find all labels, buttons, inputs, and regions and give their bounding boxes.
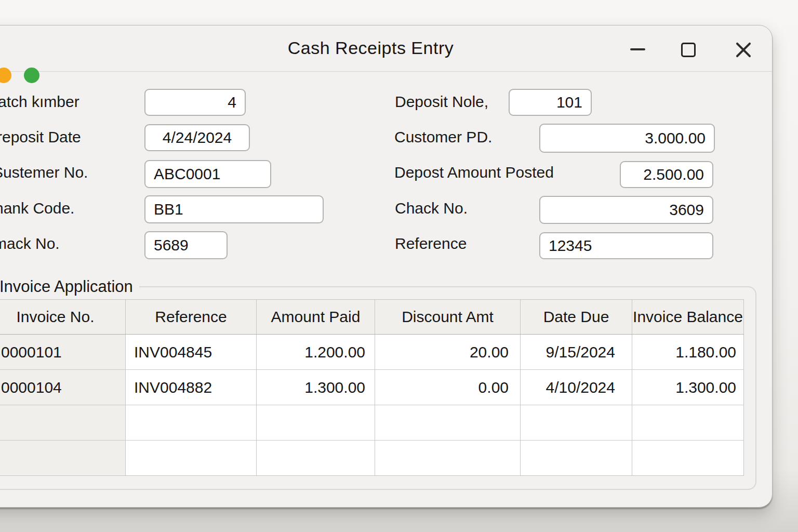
deposit-amount-posted-label: Depost Amount Posted — [394, 164, 554, 181]
deposit-date-label: reposit Date — [0, 128, 81, 146]
cell-reference[interactable]: INV004845 — [126, 335, 257, 370]
col-header-discount-amt: Discount Amt — [375, 300, 521, 335]
cell-amount-paid[interactable]: 1.200.00 — [257, 335, 375, 370]
cell-discount-amt[interactable] — [375, 405, 521, 441]
minimize-icon[interactable] — [630, 48, 645, 50]
customer-no-label: Sustemer No. — [0, 164, 88, 181]
desktop-background: Cash Receipts Entry atch kımber reposit … — [0, 0, 798, 532]
reference-field[interactable] — [539, 232, 713, 259]
cell-invoice-no[interactable] — [0, 441, 126, 476]
form-area: atch kımber reposit Date Sustemer No. ha… — [1, 72, 798, 507]
batch-number-field[interactable] — [144, 89, 246, 116]
cell-invoice-no[interactable] — [0, 405, 126, 441]
col-header-reference: Reference — [126, 300, 257, 335]
cell-invoice-balance[interactable]: 1.300.00 — [632, 370, 744, 405]
bank-code-field[interactable] — [144, 195, 324, 223]
bank-code-label: hank Code. — [0, 200, 74, 217]
titlebar[interactable]: Cash Receipts Entry — [0, 25, 772, 72]
cell-discount-amt[interactable]: 20.00 — [375, 335, 521, 370]
customer-pd-label: Customer PD. — [394, 128, 492, 146]
cell-date-due[interactable] — [521, 441, 632, 476]
table-row-empty — [0, 405, 744, 441]
cell-invoice-no[interactable]: 0000101 — [0, 335, 126, 370]
col-header-invoice-no: Invoice No. — [0, 300, 126, 335]
cell-invoice-no[interactable]: 0000104 — [0, 370, 126, 405]
cell-invoice-balance[interactable] — [632, 441, 744, 476]
cell-amount-paid[interactable] — [257, 405, 375, 441]
cell-discount-amt[interactable] — [375, 441, 521, 476]
customer-no-field[interactable] — [144, 160, 271, 188]
cell-invoice-balance[interactable] — [632, 405, 744, 441]
app-window: Cash Receipts Entry atch kımber reposit … — [0, 25, 773, 508]
table-row: 0000104 INV004882 1.300.00 0.00 4/10/202… — [0, 370, 744, 405]
table-row: 0000101 INV004845 1.200.00 20.00 9/15/20… — [0, 335, 744, 370]
cell-invoice-balance[interactable]: 1.180.00 — [632, 335, 744, 370]
invoice-application-title: Invoice Application — [0, 277, 139, 296]
deposit-date-field[interactable] — [144, 124, 250, 151]
cell-discount-amt[interactable]: 0.00 — [375, 370, 521, 405]
deposit-amount-posted-field[interactable] — [620, 161, 713, 188]
cell-reference[interactable] — [126, 405, 257, 441]
cell-date-due[interactable]: 4/10/2024 — [521, 370, 632, 405]
invoice-table: Invoice No. Reference Amount Paid Discou… — [0, 299, 744, 476]
col-header-invoice-balance: Invoice Balance — [632, 300, 744, 335]
close-icon[interactable] — [734, 40, 753, 60]
table-row-empty — [0, 441, 744, 476]
cell-date-due[interactable] — [521, 405, 632, 441]
check-no-label: mack No. — [0, 235, 60, 252]
cell-reference[interactable] — [126, 441, 257, 476]
maximize-icon[interactable] — [681, 43, 696, 57]
customer-pd-field[interactable] — [539, 124, 715, 153]
cell-reference[interactable]: INV004882 — [126, 370, 257, 405]
cell-date-due[interactable]: 9/15/2024 — [521, 335, 632, 370]
col-header-amount-paid: Amount Paid — [257, 300, 375, 335]
deposit-note-field[interactable] — [509, 89, 592, 116]
invoice-table-header-row: Invoice No. Reference Amount Paid Discou… — [0, 300, 744, 335]
cell-amount-paid[interactable] — [257, 441, 375, 476]
batch-number-label: atch kımber — [0, 93, 79, 111]
window-title: Cash Receipts Entry — [0, 38, 772, 58]
cell-amount-paid[interactable]: 1.300.00 — [257, 370, 375, 405]
check-no-right-label: Chack No. — [395, 200, 468, 217]
reference-label: Reference — [395, 235, 467, 252]
check-no-field[interactable] — [144, 231, 228, 259]
col-header-date-due: Date Due — [521, 300, 632, 335]
deposit-note-label: Deposit Nole, — [395, 93, 488, 111]
check-no-right-field[interactable] — [539, 196, 713, 224]
